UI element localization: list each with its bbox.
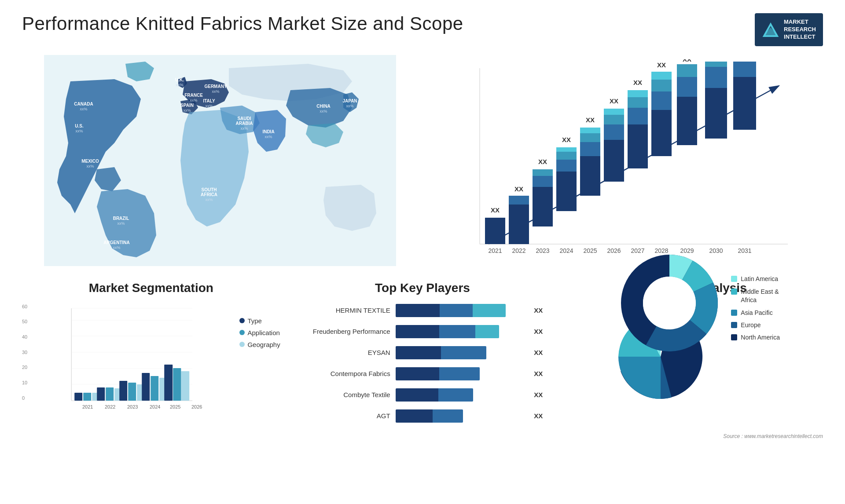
- svg-text:xx%: xx%: [183, 108, 191, 113]
- svg-text:xx%: xx%: [205, 197, 213, 202]
- svg-rect-129: [182, 371, 189, 401]
- player-name-6: AGT: [302, 412, 390, 420]
- page-wrapper: Performance Knitted Fabrics Market Size …: [0, 0, 845, 504]
- svg-text:xx%: xx%: [113, 245, 120, 250]
- svg-text:MEXICO: MEXICO: [81, 159, 99, 164]
- svg-text:xx%: xx%: [75, 129, 83, 133]
- svg-rect-54: [556, 147, 577, 152]
- legend-label-ap: Asia Pacific: [741, 309, 772, 316]
- players-list: HERMIN TEXTILE XX Freudenberg Performanc…: [294, 304, 552, 423]
- svg-text:2023: 2023: [127, 404, 138, 409]
- regional-section: Regional Analysis: [565, 281, 823, 431]
- player-row-6: AGT XX: [302, 409, 543, 423]
- player-bar-5: [396, 388, 525, 402]
- svg-rect-39: [485, 218, 505, 244]
- svg-rect-63: [604, 140, 624, 182]
- svg-rect-75: [651, 110, 672, 156]
- world-map-svg: CANADA xx% U.S. xx% MEXICO xx% BRAZIL xx…: [22, 55, 418, 266]
- svg-text:2024: 2024: [150, 404, 160, 409]
- svg-rect-64: [604, 124, 624, 140]
- legend-label-eu: Europe: [741, 321, 760, 329]
- svg-text:xx%: xx%: [190, 98, 197, 102]
- svg-rect-65: [604, 115, 624, 124]
- legend-item-ap: Asia Pacific: [731, 309, 780, 316]
- logo: MARKET RESEARCH INTELLECT: [755, 13, 823, 46]
- svg-text:GERMANY: GERMANY: [204, 84, 227, 89]
- player-name-1: HERMIN TEXTILE: [302, 307, 390, 314]
- svg-text:XX: XX: [683, 59, 691, 63]
- svg-text:xx%: xx%: [117, 221, 125, 226]
- player-row-3: EYSAN XX: [302, 346, 543, 359]
- player-val-5: XX: [534, 391, 543, 398]
- svg-rect-51: [556, 172, 577, 211]
- svg-rect-70: [628, 108, 648, 124]
- svg-rect-82: [677, 77, 697, 97]
- page-title: Performance Knitted Fabrics Market Size …: [22, 13, 463, 34]
- svg-text:XX: XX: [514, 185, 523, 193]
- legend-label-mea: Middle East &Africa: [741, 288, 779, 303]
- svg-rect-127: [165, 365, 173, 401]
- svg-text:XX: XX: [657, 61, 666, 69]
- svg-text:2023: 2023: [536, 247, 549, 254]
- bar-chart-svg: XX 2021 XX 2022 XX 2023: [436, 59, 814, 270]
- svg-rect-48: [533, 169, 553, 176]
- svg-rect-81: [677, 97, 697, 145]
- svg-text:AFRICA: AFRICA: [201, 192, 217, 197]
- segmentation-section: Market Segmentation 0 10 20 30 40 50 60: [22, 281, 280, 431]
- svg-text:xx%: xx%: [320, 109, 327, 113]
- svg-rect-117: [151, 376, 158, 401]
- svg-text:CANADA: CANADA: [74, 102, 93, 106]
- svg-text:XX: XX: [741, 59, 749, 61]
- svg-text:xx%: xx%: [86, 164, 94, 168]
- player-row-4: Contempora Fabrics XX: [302, 367, 543, 380]
- mea-color: [731, 289, 737, 295]
- svg-rect-128: [173, 368, 181, 401]
- svg-text:ARGENTINA: ARGENTINA: [103, 240, 129, 245]
- svg-text:U.S.: U.S.: [75, 124, 84, 128]
- player-bar-6: [396, 409, 525, 423]
- svg-rect-60: [580, 128, 600, 133]
- svg-text:ITALY: ITALY: [203, 99, 215, 103]
- svg-text:XX: XX: [586, 116, 595, 124]
- svg-text:CHINA: CHINA: [316, 104, 331, 109]
- player-bar-4: [396, 367, 525, 380]
- player-bar-2: [396, 325, 525, 338]
- player-name-5: Combyte Textile: [302, 391, 390, 398]
- svg-text:2025: 2025: [583, 247, 597, 254]
- player-bar-1: [396, 304, 525, 317]
- svg-text:SPAIN: SPAIN: [180, 103, 194, 108]
- brand-logo-text: MARKET RESEARCH INTELLECT: [784, 18, 816, 41]
- players-section: Top Key Players HERMIN TEXTILE XX Freude…: [294, 281, 552, 431]
- svg-text:xx%: xx%: [205, 104, 213, 108]
- svg-rect-116: [142, 373, 150, 401]
- legend-type: Type: [247, 317, 262, 325]
- svg-text:U.K.: U.K.: [175, 77, 184, 82]
- segmentation-title: Market Segmentation: [22, 281, 280, 295]
- legend-item-na: North America: [731, 334, 780, 341]
- svg-text:SOUTH: SOUTH: [202, 187, 217, 192]
- svg-text:ARABIA: ARABIA: [236, 121, 253, 126]
- svg-text:JAPAN: JAPAN: [342, 99, 357, 103]
- legend-label-na: North America: [741, 334, 780, 341]
- players-title: Top Key Players: [294, 281, 552, 295]
- svg-text:2025: 2025: [170, 404, 180, 409]
- source-text: Source : www.marketresearchintellect.com: [723, 433, 823, 439]
- svg-rect-87: [705, 67, 727, 88]
- svg-text:SAUDI: SAUDI: [237, 116, 251, 121]
- na-color: [731, 334, 737, 340]
- legend-item-eu: Europe: [731, 321, 780, 329]
- svg-text:2022: 2022: [512, 247, 525, 254]
- svg-rect-77: [651, 80, 672, 91]
- svg-rect-46: [533, 187, 553, 226]
- svg-rect-57: [580, 156, 600, 196]
- ap-color: [731, 310, 737, 316]
- svg-text:2022: 2022: [105, 404, 115, 409]
- legend-label-latin: Latin America: [741, 275, 778, 282]
- svg-point-137: [643, 277, 696, 329]
- player-name-3: EYSAN: [302, 349, 390, 356]
- svg-text:xx%: xx%: [176, 83, 183, 87]
- svg-text:XX: XX: [610, 97, 618, 105]
- svg-rect-66: [604, 109, 624, 115]
- player-val-2: XX: [534, 328, 543, 335]
- eu-color: [731, 322, 737, 328]
